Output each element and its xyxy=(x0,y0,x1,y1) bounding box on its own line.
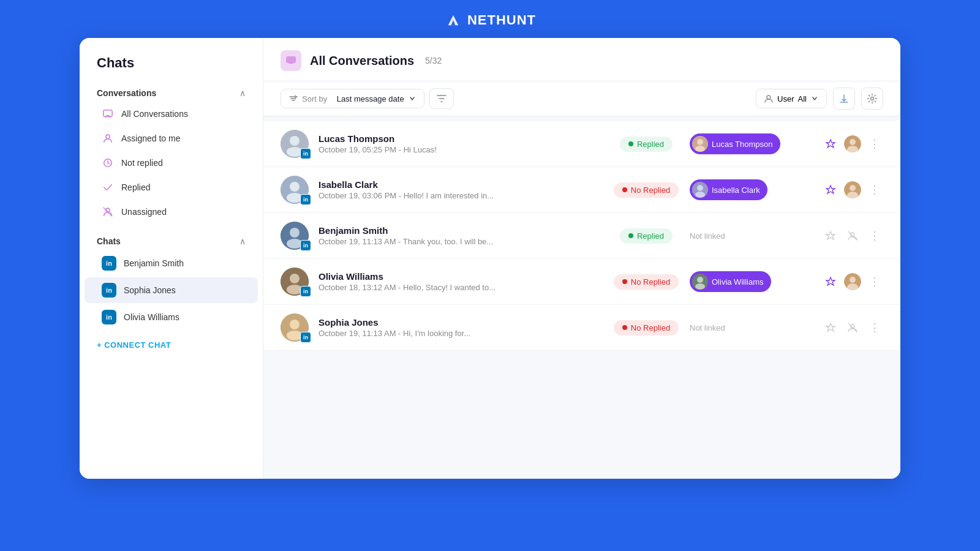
sort-button[interactable]: Sort by Last message date xyxy=(281,89,424,108)
conv-preview: October 18, 13:12 AM - Hello, Stacy! I w… xyxy=(318,283,603,292)
not-linked-label: Not linked xyxy=(690,323,725,332)
more-button[interactable]: ⋮ xyxy=(866,181,883,198)
status-label: Replied xyxy=(637,140,664,149)
linkedin-badge: in xyxy=(300,286,311,297)
main-header: All Conversations 5/32 xyxy=(263,38,900,81)
person-off-icon[interactable] xyxy=(844,319,861,336)
conv-preview: October 19, 11:13 AM - Hi, I'm looking f… xyxy=(318,329,603,338)
linkedin-badge: in xyxy=(102,310,116,324)
sort-value: Last message date xyxy=(337,94,404,103)
assign-icon-disabled[interactable] xyxy=(822,319,839,336)
assign-icon-disabled[interactable] xyxy=(822,227,839,244)
conv-row-lucas[interactable]: in Lucas Thompson October 19, 05:25 PM -… xyxy=(263,121,900,167)
person-off-icon[interactable] xyxy=(844,227,861,244)
sidebar-item-label: Replied xyxy=(121,182,150,192)
settings-button[interactable] xyxy=(861,88,883,110)
toolbar-left: Sort by Last message date xyxy=(281,88,454,109)
chevron-up-icon-2: ∧ xyxy=(239,236,246,246)
conversations-section-header[interactable]: Conversations ∧ xyxy=(80,82,263,102)
assignee-pill[interactable]: Lucas Thompson xyxy=(690,133,780,154)
app-name: NETHUNT xyxy=(467,12,536,28)
linkedin-badge: in xyxy=(300,148,311,159)
user-avatar xyxy=(844,273,861,290)
main-content: All Conversations 5/32 Sort by Last mess… xyxy=(263,38,900,479)
assignee-pill[interactable]: Isabella Clark xyxy=(690,179,767,200)
assignee-name: Olivia Williams xyxy=(712,277,764,287)
conversation-count: 5/32 xyxy=(425,56,442,66)
sidebar-item-unassigned[interactable]: Unassigned xyxy=(85,200,258,223)
check-icon xyxy=(102,181,114,193)
svg-point-9 xyxy=(871,97,874,100)
sidebar-chat-label: Benjamin Smith xyxy=(124,258,184,268)
conv-info: Benjamin Smith October 19, 11:13 AM - Th… xyxy=(318,225,603,246)
svg-point-24 xyxy=(695,192,705,198)
conv-name: Sophia Jones xyxy=(318,317,603,328)
conv-row-sophia[interactable]: in Sophia Jones October 19, 11:13 AM - H… xyxy=(263,305,900,351)
sidebar-chat-benjamin[interactable]: in Benjamin Smith xyxy=(85,250,258,276)
download-button[interactable] xyxy=(833,88,855,110)
more-button[interactable]: ⋮ xyxy=(866,319,883,336)
user-filter[interactable]: User All xyxy=(756,89,827,108)
filter-button[interactable] xyxy=(429,88,454,109)
conv-preview: October 19, 11:13 AM - Thank you, too. I… xyxy=(318,237,603,246)
conv-name: Benjamin Smith xyxy=(318,225,603,236)
conv-preview: October 19, 03:06 PM - Hello! I am inter… xyxy=(318,191,603,200)
assign-icon[interactable] xyxy=(822,273,839,290)
status-label: No Replied xyxy=(631,323,670,332)
sidebar-item-all[interactable]: All Conversations xyxy=(85,102,258,126)
chats-section-header[interactable]: Chats ∧ xyxy=(80,230,263,250)
sidebar-item-assigned[interactable]: Assigned to me xyxy=(85,127,258,150)
sidebar: Chats Conversations ∧ All Conversations xyxy=(80,38,263,479)
assignee-avatar xyxy=(692,182,708,198)
conv-actions: ⋮ xyxy=(822,181,883,198)
chat-icon xyxy=(102,108,114,120)
assignee-pill[interactable]: Olivia Williams xyxy=(690,271,771,292)
status-pill-replied: Replied xyxy=(620,228,673,244)
svg-point-15 xyxy=(695,146,705,152)
svg-point-8 xyxy=(767,96,771,99)
conv-row-isabella[interactable]: in Isabella Clark October 19, 03:06 PM -… xyxy=(263,167,900,213)
more-button[interactable]: ⋮ xyxy=(866,135,883,152)
conv-preview: October 19, 05:25 PM - Hi Lucas! xyxy=(318,145,603,154)
chevron-up-icon: ∧ xyxy=(239,88,246,98)
user-avatar xyxy=(844,135,861,152)
sidebar-chat-olivia[interactable]: in Olivia Williams xyxy=(85,304,258,330)
svg-point-14 xyxy=(697,139,703,145)
linkedin-badge: in xyxy=(300,240,311,251)
linkedin-badge: in xyxy=(102,283,116,298)
conv-row-olivia[interactable]: in Olivia Williams October 18, 13:12 AM … xyxy=(263,259,900,305)
person-icon xyxy=(102,132,114,144)
conv-status: Replied xyxy=(612,137,680,152)
sidebar-item-not-replied[interactable]: Not replied xyxy=(85,151,258,174)
conv-info: Isabella Clark October 19, 03:06 PM - He… xyxy=(318,179,603,200)
status-pill-no-replied: No Replied xyxy=(614,320,679,335)
clock-icon xyxy=(102,157,114,169)
conv-row-benjamin[interactable]: in Benjamin Smith October 19, 11:13 AM -… xyxy=(263,213,900,259)
status-dot xyxy=(628,233,633,238)
sidebar-item-label: All Conversations xyxy=(121,109,188,119)
status-pill-replied: Replied xyxy=(620,137,673,152)
svg-point-29 xyxy=(290,228,300,238)
status-dot xyxy=(622,279,627,284)
sidebar-chat-sophia[interactable]: in Sophia Jones xyxy=(85,277,258,303)
avatar-wrap: in xyxy=(281,268,309,296)
sidebar-chat-label: Olivia Williams xyxy=(124,312,179,322)
linkedin-badge: in xyxy=(300,194,311,205)
status-dot xyxy=(622,325,627,330)
svg-point-38 xyxy=(695,283,705,290)
assignee-avatar xyxy=(692,274,708,290)
avatar-wrap: in xyxy=(281,313,309,342)
assign-icon[interactable] xyxy=(822,135,839,152)
svg-point-17 xyxy=(850,139,856,145)
status-pill-no-replied: No Replied xyxy=(614,182,679,198)
more-button[interactable]: ⋮ xyxy=(866,273,883,290)
connect-chat-button[interactable]: + CONNECT CHAT xyxy=(80,333,263,357)
more-button[interactable]: ⋮ xyxy=(866,227,883,244)
assign-icon[interactable] xyxy=(822,181,839,198)
conversations-icon xyxy=(281,50,301,71)
status-label: No Replied xyxy=(631,277,670,287)
toolbar: Sort by Last message date xyxy=(263,81,900,116)
sidebar-item-replied[interactable]: Replied xyxy=(85,176,258,199)
user-avatar xyxy=(844,181,861,198)
assignee-name: Lucas Thompson xyxy=(712,140,773,149)
